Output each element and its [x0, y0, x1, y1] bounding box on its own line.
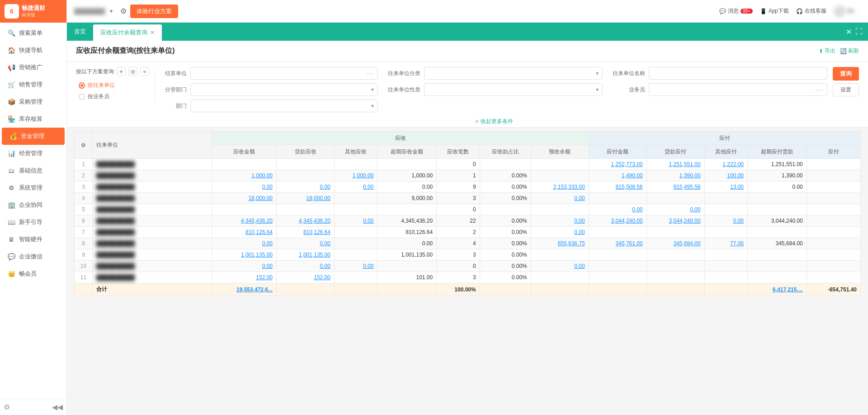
sidebar-item-member[interactable]: 👑 畅会员: [0, 265, 66, 282]
sidebar-item-finance[interactable]: 💰 资金管理: [2, 128, 65, 145]
row-ar-other[interactable]: 0.00: [334, 215, 377, 227]
maximize-window-icon[interactable]: ⛶: [855, 28, 863, 36]
sidebar-item-enterprise[interactable]: 🏢 企业协同: [0, 196, 66, 214]
row-ap-loan[interactable]: [646, 249, 704, 261]
row-ap-amount[interactable]: 345,761.00: [589, 238, 646, 249]
collapse-sidebar-icon[interactable]: ◀◀: [52, 403, 63, 411]
query-button[interactable]: 查询: [833, 67, 859, 81]
row-ap-amount[interactable]: [589, 227, 646, 238]
sidebar-item-sales[interactable]: 🛒 销售管理: [0, 76, 66, 93]
row-ar-loan[interactable]: 1,001,135.00: [277, 249, 335, 261]
row-partner-name[interactable]: ██████████: [93, 193, 212, 204]
row-ap-loan[interactable]: [646, 227, 704, 238]
close-window-icon[interactable]: ✕: [846, 28, 852, 36]
edit-scheme-button[interactable]: ◎: [128, 67, 137, 76]
row-ap-loan[interactable]: 345,684.00: [646, 238, 704, 249]
row-ap-other[interactable]: [704, 261, 747, 272]
tab-home[interactable]: 首页: [67, 23, 93, 41]
sidebar-item-search-menu[interactable]: 🔍 搜索菜单: [0, 24, 66, 42]
dept-input[interactable]: ▾: [190, 100, 378, 112]
row-ar-amount[interactable]: 0.00: [212, 261, 277, 272]
row-ap-loan[interactable]: 0.00: [646, 204, 704, 215]
row-partner-name[interactable]: ██████████: [93, 238, 212, 249]
row-ar-prepay[interactable]: 0.00: [531, 193, 589, 204]
sidebar-item-system[interactable]: ⚙ 系统管理: [0, 179, 66, 196]
row-ap-amount[interactable]: 1,490.00: [589, 170, 646, 181]
row-ar-amount[interactable]: 0.00: [212, 238, 277, 249]
row-ap-amount[interactable]: [589, 261, 646, 272]
row-ap-loan[interactable]: [646, 193, 704, 204]
row-ar-amount[interactable]: 1,000.00: [212, 170, 277, 181]
settings-footer-icon[interactable]: ⚙: [4, 403, 10, 411]
row-ar-loan[interactable]: 4,345,436.20: [277, 215, 335, 227]
row-ap-other[interactable]: [704, 227, 747, 238]
sidebar-item-marketing[interactable]: 📢 营销推广: [0, 59, 66, 76]
app-download-button[interactable]: 📱 App下载: [760, 7, 789, 15]
row-ar-prepay[interactable]: [531, 159, 589, 170]
table-settings-icon[interactable]: ⚙: [81, 142, 86, 148]
collapse-scheme-button[interactable]: «: [140, 67, 149, 76]
dropdown-arrow-icon[interactable]: ▼: [108, 8, 114, 14]
row-partner-name[interactable]: ██████████: [93, 170, 212, 181]
unit-nature-input[interactable]: ▾: [424, 83, 603, 96]
table-wrapper[interactable]: ⚙ 往来单位 应收 应付 应收金额 贷款应收 其他应收 超期应收金额: [74, 131, 861, 296]
row-ar-loan[interactable]: [277, 159, 335, 170]
collapse-more-button[interactable]: ∧ 收起更多条件: [160, 116, 827, 127]
row-ap-amount[interactable]: 915,508.56: [589, 181, 646, 193]
online-service-button[interactable]: 🎧 在线客服: [796, 7, 826, 15]
row-ap-loan[interactable]: [646, 272, 704, 283]
row-ap-other[interactable]: [704, 272, 747, 283]
row-ar-loan[interactable]: [277, 170, 335, 181]
row-ap-loan[interactable]: 1,251,551.00: [646, 159, 704, 170]
table-config-th[interactable]: ⚙: [75, 132, 93, 159]
row-ap-amount[interactable]: 3,044,240.00: [589, 215, 646, 227]
settings-icon[interactable]: ⚙: [120, 7, 127, 15]
row-ar-amount[interactable]: 18,000.00: [212, 193, 277, 204]
row-ar-other[interactable]: 0.00: [334, 181, 377, 193]
footer-ar-total[interactable]: 19,553,472,6...: [212, 283, 277, 296]
row-ar-amount[interactable]: [212, 159, 277, 170]
row-ap-other[interactable]: 13.00: [704, 181, 747, 193]
row-ar-loan[interactable]: 18,000.00: [277, 193, 335, 204]
row-ar-amount[interactable]: 1,001,135.00: [212, 249, 277, 261]
sidebar-item-wechat[interactable]: 💬 企业微信: [0, 248, 66, 265]
unit-name-input[interactable]: [649, 67, 827, 80]
row-partner-name[interactable]: ██████████: [93, 261, 212, 272]
row-ar-other[interactable]: [334, 193, 377, 204]
row-ar-amount[interactable]: [212, 204, 277, 215]
row-ar-loan[interactable]: 810,126.64: [277, 227, 335, 238]
sidebar-item-guide[interactable]: 📖 新手引导: [0, 214, 66, 231]
add-scheme-button[interactable]: +: [117, 67, 126, 76]
fenguan-dept-input[interactable]: ▾: [190, 83, 378, 96]
row-ar-other[interactable]: [334, 159, 377, 170]
industry-solution-button[interactable]: 体验行业方案: [130, 5, 178, 18]
row-ar-prepay[interactable]: 0.00: [531, 215, 589, 227]
salesman-input[interactable]: ···: [649, 83, 827, 96]
row-partner-name[interactable]: ██████████: [93, 204, 212, 215]
set-button[interactable]: 设置: [833, 83, 859, 96]
row-ar-prepay[interactable]: [531, 204, 589, 215]
row-ar-loan[interactable]: 152.00: [277, 272, 335, 283]
row-partner-name[interactable]: ██████████: [93, 227, 212, 238]
row-ap-other[interactable]: 1,222.00: [704, 159, 747, 170]
row-partner-name[interactable]: ██████████: [93, 249, 212, 261]
row-ar-amount[interactable]: 152.00: [212, 272, 277, 283]
row-ar-loan[interactable]: 0.00: [277, 181, 335, 193]
row-ar-prepay[interactable]: [531, 249, 589, 261]
jiesuan-unit-input[interactable]: ···: [190, 67, 378, 80]
row-ar-amount[interactable]: 4,345,436.20: [212, 215, 277, 227]
row-ap-loan[interactable]: [646, 261, 704, 272]
refresh-button[interactable]: 🔄 刷新: [840, 47, 859, 55]
row-ap-loan[interactable]: 1,390.00: [646, 170, 704, 181]
row-partner-name[interactable]: ██████████: [93, 181, 212, 193]
row-ar-other[interactable]: [334, 204, 377, 215]
sidebar-item-purchase[interactable]: 📦 采购管理: [0, 93, 66, 110]
footer-ap-prepay[interactable]: 6,417,215....: [748, 283, 807, 296]
row-ap-other[interactable]: [704, 249, 747, 261]
row-ap-loan[interactable]: 3,044,240.00: [646, 215, 704, 227]
row-ar-loan[interactable]: 0.00: [277, 261, 335, 272]
user-info[interactable]: Rit: [834, 5, 861, 17]
row-ap-other[interactable]: [704, 193, 747, 204]
row-ar-prepay[interactable]: [531, 272, 589, 283]
row-ap-other[interactable]: [704, 204, 747, 215]
